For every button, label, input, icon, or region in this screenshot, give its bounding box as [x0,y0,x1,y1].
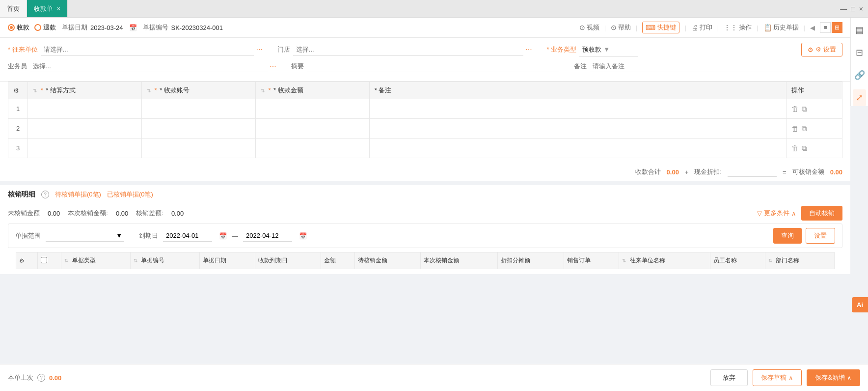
close-button[interactable]: × [859,5,863,13]
row-1-copy-icon[interactable]: ⧉ [802,105,807,113]
draft-arrow-icon[interactable]: ∧ [788,374,793,382]
row-3-copy-icon[interactable]: ⧉ [802,144,807,153]
sort-settlement[interactable]: ⇅ [33,88,37,93]
date-value: 2023-03-24 [90,24,123,31]
settings-button[interactable]: ⚙ ⚙ 设置 [801,43,842,56]
row-3-amount[interactable] [255,139,369,158]
store-input[interactable] [293,44,523,56]
history-button[interactable]: 📋 历史单据 [763,23,799,32]
help-button[interactable]: ⊙ 帮助 [611,23,631,32]
note-input[interactable] [590,60,842,72]
save-button[interactable]: 保存&新增 ∧ [807,369,860,386]
party-input[interactable] [41,44,254,56]
agent-ellipsis[interactable]: ··· [270,62,276,71]
auto-writeoff-button[interactable]: 自动核销 [801,206,842,221]
row-3-settlement[interactable] [28,139,142,158]
summary-input[interactable] [307,60,560,72]
refund-radio[interactable]: 退款 [34,23,56,32]
date-calendar-icon[interactable]: 📅 [129,24,137,31]
more-conditions-btn[interactable]: ▽ 更多条件 ∧ [757,209,796,218]
row-2-amount[interactable] [255,119,369,139]
biz-type-label: * 业务类型 [547,45,577,54]
receipt-radio[interactable]: 收款 [8,23,29,32]
right-panel-list-icon[interactable]: ⊟ [853,44,866,61]
video-button[interactable]: ⊙ 视频 [579,23,599,32]
row-1-note[interactable] [369,99,787,119]
row-3-account[interactable] [141,139,255,158]
discount-input[interactable] [728,167,777,177]
history-label: 历史单据 [773,23,799,32]
right-panel-table-icon[interactable]: ▤ [852,22,867,38]
save-arrow-icon[interactable]: ∧ [847,374,852,382]
note-label: 备注 [574,62,587,71]
row-2-delete-icon[interactable]: 🗑 [791,124,799,133]
abandon-button[interactable]: 放弃 [710,369,748,386]
party-field: * 往来单位 ··· [8,44,263,56]
due-from-calendar-icon[interactable]: 📅 [219,232,227,240]
print-button[interactable]: 🖨 打印 [691,23,712,32]
due-from-input[interactable] [163,230,212,242]
sort-dept[interactable]: ⇅ [768,258,772,263]
col-discount: 折扣分摊额 [498,252,564,269]
minimize-button[interactable]: — [840,5,847,13]
select-all-checkbox[interactable] [41,257,47,263]
range-select[interactable]: ▼ [46,230,124,242]
ai-badge[interactable]: Ai [852,297,868,312]
tab-receipt-close[interactable]: × [57,5,60,12]
right-panel-expand-icon[interactable]: ⤢ [853,89,866,106]
current-label: 本次核销金额: [68,209,108,218]
tab-receipt[interactable]: 收款单 × [27,0,68,17]
due-to-input[interactable] [243,230,292,242]
sort-doc-num[interactable]: ⇅ [134,258,137,263]
done-tab[interactable]: 已核销单据(0笔) [107,190,153,199]
sort-account[interactable]: ⇅ [147,88,151,93]
query-button[interactable]: 查询 [773,228,802,244]
operations-button[interactable]: ⋮⋮ 操作 [724,23,752,32]
row-2-account[interactable] [141,119,255,139]
draft-button[interactable]: 保存草稿 ∧ [753,369,802,386]
row-1-settlement[interactable] [28,99,142,119]
data-table-wrap: ⚙ ⇅ * * 结算方式 ⇅ * * 收款账号 ⇅ * * 收款金额 [0,82,850,163]
operations-label: 操作 [739,23,752,32]
store-label: 门店 [277,45,290,54]
prev-label: 本单上次 [8,373,33,382]
row-1-account[interactable] [141,99,255,119]
pending-tab[interactable]: 待核销单据(0笔) [55,190,101,199]
layout-grid-btn[interactable]: ⊞ [832,22,842,33]
due-to-calendar-icon[interactable]: 📅 [299,232,307,240]
layout-list-btn[interactable]: ≡ [820,22,831,33]
col-settings-bottom[interactable]: ⚙ [16,252,38,269]
row-1-amount[interactable] [255,99,369,119]
agent-input[interactable] [30,60,268,72]
sort-amount[interactable]: ⇅ [261,88,265,93]
col-checkbox[interactable] [38,252,61,269]
biz-type-select[interactable]: 预收款 ▼ [579,43,638,56]
row-2-settlement[interactable] [28,119,142,139]
nav-prev[interactable]: ◀ [810,24,815,31]
col-doc-date: 单据日期 [200,252,255,269]
tab-home[interactable]: 首页 [0,0,27,17]
filter-icon: ▽ [757,210,762,217]
row-2-note[interactable] [369,119,787,139]
col-note: * 备注 [369,82,787,99]
row-3-note[interactable] [369,139,787,158]
table-settings-header[interactable]: ⚙ [8,82,28,99]
filter-settings-button[interactable]: 设置 [806,228,835,244]
row-2-copy-icon[interactable]: ⧉ [802,124,807,133]
sort-doc-type[interactable]: ⇅ [64,258,68,263]
writeoff-info-icon[interactable]: ? [41,191,49,198]
party-ellipsis[interactable]: ··· [256,45,262,54]
store-ellipsis[interactable]: ··· [525,45,532,54]
row-3-delete-icon[interactable]: 🗑 [791,144,799,152]
info-icon-footer[interactable]: ? [37,374,45,382]
sort-party-name[interactable]: ⇅ [622,258,626,263]
settings-label: ⚙ 设置 [815,45,836,54]
maximize-button[interactable]: □ [851,5,855,13]
right-panel-link-icon[interactable]: 🔗 [851,67,868,84]
shortcuts-button[interactable]: ⌨ 快捷键 [642,22,679,33]
plus-sign: + [685,168,689,176]
window-controls: — □ × [840,5,868,13]
shortcuts-icon: ⌨ [646,24,655,31]
row-1-delete-icon[interactable]: 🗑 [791,105,799,113]
number-field: 单据编号 SK-20230324-001 [143,23,223,32]
